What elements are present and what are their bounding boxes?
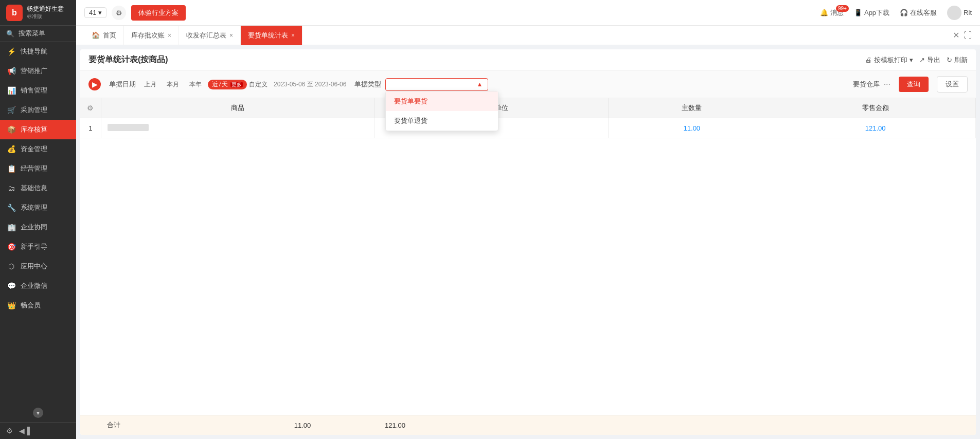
sidebar-item-marketing[interactable]: 📢 营销推广 xyxy=(0,61,76,81)
print-template-btn[interactable]: 🖨 按模板打印 ▾ xyxy=(865,56,913,65)
sidebar-item-finance[interactable]: 💰 资金管理 xyxy=(0,139,76,159)
product-placeholder xyxy=(108,124,149,131)
print-label: 按模板打印 xyxy=(874,56,907,65)
app-name: 畅捷通好生意 xyxy=(27,5,64,13)
tab-order-stats-close[interactable]: × xyxy=(291,32,295,39)
filter-expand-btn[interactable]: ▶ xyxy=(88,78,101,90)
filter-type-section: 单据类型 ▲ 要货单要货 要货单退货 xyxy=(354,78,844,91)
sidebar-settings-btn[interactable]: ⚙ xyxy=(6,427,13,435)
date-prev-month-btn[interactable]: 上月 xyxy=(140,79,161,90)
online-support-btn[interactable]: 🎧 在线客服 xyxy=(900,8,937,17)
refresh-btn[interactable]: ↻ 刷新 xyxy=(947,56,968,65)
print-icon: 🖨 xyxy=(865,56,872,64)
phone-icon: 📱 xyxy=(854,9,862,16)
sidebar-item-inventory[interactable]: 📦 库存核算 xyxy=(0,120,76,139)
table-row: 1 块 11.00 121.00 xyxy=(80,118,976,138)
trial-industry-btn[interactable]: 体验行业方案 xyxy=(131,5,186,21)
tab-maximize-btn[interactable]: ⛶ xyxy=(964,31,972,40)
warehouse-more-btn[interactable]: ··· xyxy=(884,80,890,89)
dropdown-item-order-req[interactable]: 要货单要货 xyxy=(386,92,498,111)
header-right: 🔔 消息 99+ 📱 App下载 🎧 在线客服 Rit xyxy=(820,6,972,20)
col-product-header: 商品 xyxy=(101,98,374,118)
sidebar-collapse-btn[interactable]: ◀▐ xyxy=(19,427,30,435)
query-btn[interactable]: 查询 xyxy=(899,77,929,92)
type-dropdown-menu: 要货单要货 要货单退货 xyxy=(385,91,498,131)
app-label: App下载 xyxy=(864,8,889,17)
sidebar-scroll-controls: ▼ xyxy=(0,406,76,422)
sidebar-item-label: 基础信息 xyxy=(21,184,47,193)
sidebar-item-label: 资金管理 xyxy=(21,144,47,154)
sidebar-item-purchase[interactable]: 🛒 采购管理 xyxy=(0,100,76,120)
date-range-display: 2023-05-06 至 2023-06-06 xyxy=(274,80,346,89)
sidebar-item-sales[interactable]: 📊 销售管理 xyxy=(0,81,76,100)
sidebar-item-wechat[interactable]: 💬 企业微信 xyxy=(0,276,76,296)
date-custom-btn[interactable]: 自定义 xyxy=(249,80,268,89)
store-number: 41 xyxy=(89,9,96,16)
warehouse-filter-label: 要货仓库 xyxy=(853,80,880,89)
sidebar-bottom: ⚙ ◀▐ xyxy=(0,422,76,439)
search-menu-item[interactable]: 🔍 搜索菜单 xyxy=(0,26,76,42)
store-selector[interactable]: 41 ▾ xyxy=(84,7,106,18)
sidebar-item-system[interactable]: 🔧 系统管理 xyxy=(0,198,76,217)
sidebar-item-label: 经营管理 xyxy=(21,164,47,173)
notice-btn[interactable]: 🔔 消息 99+ xyxy=(820,8,844,17)
type-filter-label: 单据类型 xyxy=(354,80,381,89)
row-amount: 121.00 xyxy=(775,118,976,138)
sidebar-item-label: 新手引导 xyxy=(21,242,47,251)
type-select[interactable]: ▲ xyxy=(385,78,488,91)
app-download-btn[interactable]: 📱 App下载 xyxy=(854,8,889,17)
page-header: 要货单统计表(按商品) 🖨 按模板打印 ▾ ↗ 导出 ↻ 刷新 xyxy=(80,49,976,71)
search-icon: 🔍 xyxy=(6,30,14,38)
chevron-down-icon: ▾ xyxy=(98,9,102,16)
system-icon: 🔧 xyxy=(6,204,16,212)
sidebar: b 畅捷通好生意 标准版 🔍 搜索菜单 ⚡ 快捷导航 📢 营销推广 📊 销售管理… xyxy=(0,0,76,439)
filter-settings-btn[interactable]: 设置 xyxy=(937,76,968,93)
tab-receive-summary-label: 收发存汇总表 xyxy=(186,31,226,40)
avatar xyxy=(947,6,961,20)
sidebar-item-base-info[interactable]: 🗂 基础信息 xyxy=(0,178,76,198)
notice-badge: 99+ xyxy=(836,5,849,12)
refresh-label: 刷新 xyxy=(954,56,968,65)
export-btn[interactable]: ↗ 导出 xyxy=(919,56,940,65)
search-menu-label: 搜索菜单 xyxy=(19,29,45,38)
date-curr-year-btn[interactable]: 本年 xyxy=(185,79,206,90)
date-recent7-btn[interactable]: 近7天 更多 xyxy=(208,80,247,89)
header-settings-btn[interactable]: ⚙ xyxy=(112,6,126,20)
app-logo-icon: b xyxy=(6,5,23,21)
col-settings-header[interactable]: ⚙ xyxy=(80,98,101,118)
date-curr-month-btn[interactable]: 本月 xyxy=(163,79,183,90)
type-dropdown-wrapper: ▲ 要货单要货 要货单退货 xyxy=(385,78,488,91)
amount-link[interactable]: 121.00 xyxy=(865,124,886,132)
user-menu-btn[interactable]: Rit xyxy=(947,6,972,20)
tab-inventory-batch-close[interactable]: × xyxy=(168,32,171,39)
tab-close-all-btn[interactable]: ✕ xyxy=(953,30,959,40)
date-filter-label: 单据日期 xyxy=(109,80,136,89)
more-badge: 更多 xyxy=(230,82,243,87)
sidebar-item-member[interactable]: 👑 畅会员 xyxy=(0,296,76,315)
tab-inventory-batch[interactable]: 库存批次账 × xyxy=(124,26,179,45)
sidebar-logo: b 畅捷通好生意 标准版 xyxy=(0,0,76,26)
tab-order-stats[interactable]: 要货单统计表 × xyxy=(241,26,302,45)
col-amount-header: 零售金额 xyxy=(775,98,976,118)
sidebar-scroll-down-btn[interactable]: ▼ xyxy=(33,408,43,418)
filter-bar: ▶ 单据日期 上月 本月 本年 近7天 更多 自定义 2023-05-06 至 … xyxy=(80,71,976,98)
tab-home[interactable]: 🏠 首页 xyxy=(84,26,124,45)
sidebar-item-quick-nav[interactable]: ⚡ 快捷导航 xyxy=(0,42,76,61)
sidebar-item-app-center[interactable]: ⬡ 应用中心 xyxy=(0,257,76,276)
col-settings-icon[interactable]: ⚙ xyxy=(87,104,94,112)
row-quantity: 11.00 xyxy=(609,118,775,138)
sidebar-item-guide[interactable]: 🎯 新手引导 xyxy=(0,237,76,257)
sidebar-item-operation[interactable]: 📋 经营管理 xyxy=(0,159,76,178)
app-center-icon: ⬡ xyxy=(6,262,16,270)
page-title: 要货单统计表(按商品) xyxy=(88,54,168,65)
tab-receive-summary[interactable]: 收发存汇总表 × xyxy=(179,26,241,45)
dropdown-item-order-ret[interactable]: 要货单退货 xyxy=(386,111,498,131)
tab-receive-summary-close[interactable]: × xyxy=(229,32,233,39)
finance-icon: 💰 xyxy=(6,145,16,153)
sidebar-item-label: 营销推广 xyxy=(21,66,47,76)
main-area: 41 ▾ ⚙ 体验行业方案 🔔 消息 99+ 📱 App下载 🎧 在线客服 xyxy=(76,0,980,439)
quantity-link[interactable]: 11.00 xyxy=(684,124,701,132)
purchase-icon: 🛒 xyxy=(6,106,16,114)
sidebar-item-label: 库存核算 xyxy=(21,125,47,134)
sidebar-item-enterprise[interactable]: 🏢 企业协同 xyxy=(0,217,76,237)
